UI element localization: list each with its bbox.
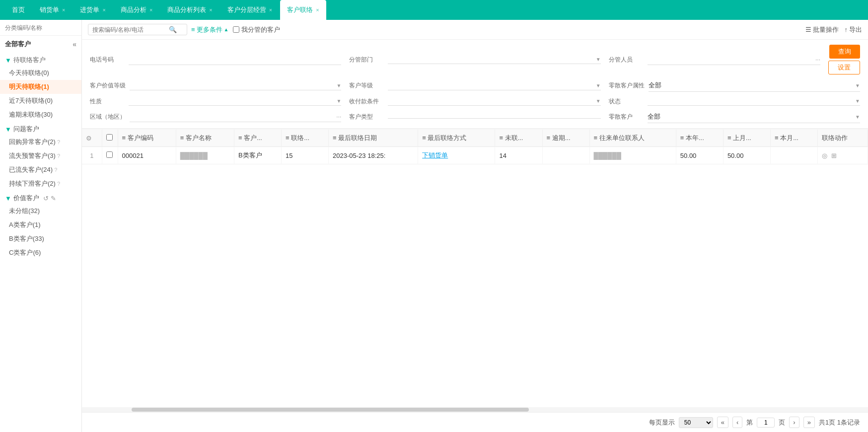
customer-level-label: 客户等级 — [349, 81, 384, 90]
nav-purchase-close[interactable]: × — [102, 7, 105, 13]
filter-retail-customer: 零散客户 全部 ▼ — [609, 111, 860, 123]
sidebar-item-c-class[interactable]: C类客户(6) — [0, 246, 81, 260]
person-select[interactable]: ··· — [648, 55, 820, 65]
gender-select[interactable]: ▼ — [129, 97, 341, 106]
col-this-year: ≡ 本年... — [676, 130, 723, 147]
sidebar-item-ungrouped[interactable]: 未分组(32) — [0, 204, 81, 218]
problem-group-title: ▼ 问题客户 — [0, 122, 81, 135]
nav-goods-list-close[interactable]: × — [209, 7, 212, 13]
customer-value-chevron: ▼ — [336, 83, 341, 88]
region-select[interactable]: ··· — [130, 112, 341, 122]
nav-purchase[interactable]: 进货单 × — [73, 0, 112, 20]
edit-value-icon[interactable]: ✎ — [51, 195, 56, 202]
row-last-month: 50.00 — [723, 147, 770, 164]
retail-customer-select[interactable]: 全部 ▼ — [648, 111, 860, 123]
row-overdue — [542, 147, 589, 164]
col-last-month-label: ≡ 上月... — [727, 134, 751, 142]
status-label: 状态 — [609, 97, 644, 106]
sidebar-item-repurchase[interactable]: 回购异常客户(2) ? — [0, 135, 81, 149]
nav-customer-tier-close[interactable]: × — [269, 7, 272, 13]
last-contact-way-link[interactable]: 下销货单 — [422, 151, 448, 159]
sidebar-search-input[interactable] — [5, 24, 79, 31]
prev-page-button[interactable]: ‹ — [732, 417, 742, 428]
col-overdue: ≡ 逾期... — [542, 130, 589, 147]
payment-select[interactable]: ▼ — [388, 97, 600, 106]
page-number-input[interactable] — [757, 418, 775, 428]
sidebar-item-churned-label: 已流失客户(24) — [9, 165, 53, 174]
sidebar-item-declining[interactable]: 持续下滑客户(2) ? — [0, 177, 81, 191]
first-page-button[interactable]: « — [717, 417, 728, 428]
refresh-icon[interactable]: ↺ — [43, 195, 49, 202]
nav-goods-analysis-close[interactable]: × — [149, 7, 152, 13]
row-action-cell: ◎ ⊞ — [818, 147, 868, 164]
sidebar-item-b-class[interactable]: B类客户(33) — [0, 232, 81, 246]
batch-op-button[interactable]: ☰ 批量操作 — [805, 25, 839, 34]
nav-customer-contact[interactable]: 客户联络 × — [280, 0, 326, 20]
customer-value-select[interactable]: ▼ — [130, 81, 341, 90]
gender-label: 性质 — [90, 97, 125, 106]
filter-status: 状态 ▼ — [609, 97, 860, 106]
sidebar-item-a-class[interactable]: A类客户(1) — [0, 218, 81, 232]
problem-group-label: 问题客户 — [13, 125, 39, 134]
row-this-year: 50.00 — [676, 147, 723, 164]
page-size-select[interactable]: 50 100 200 — [679, 417, 713, 428]
nav-customer-tier[interactable]: 客户分层经营 × — [220, 0, 279, 20]
payment-chevron: ▼ — [596, 98, 601, 104]
toolbar-right: ☰ 批量操作 ↑ 导出 — [805, 25, 863, 34]
my-customer-checkbox-wrap[interactable]: 我分管的客户 — [233, 25, 280, 34]
col-action: 联络动作 — [818, 130, 868, 147]
nav-goods-analysis[interactable]: 商品分析 × — [114, 0, 159, 20]
search-wrap: 🔍 — [88, 24, 187, 35]
row-name: ██████ — [176, 147, 234, 164]
my-customer-checkbox[interactable] — [233, 26, 239, 33]
query-button[interactable]: 查询 — [829, 45, 860, 59]
retail-customer-label: 零散客户 — [609, 113, 644, 121]
col-this-month: ≡ 本月... — [770, 130, 817, 147]
sidebar-item-declining-label: 持续下滑客户(2) — [9, 179, 56, 188]
batch-op-label: 批量操作 — [813, 25, 839, 34]
sidebar-item-tomorrow[interactable]: 明天待联络(1) — [0, 80, 81, 94]
nav-sales[interactable]: 销货单 × — [33, 0, 72, 20]
region-dots-icon[interactable]: ··· — [336, 113, 341, 120]
question-icon-3: ? — [57, 181, 60, 187]
main-search-input[interactable] — [92, 26, 167, 33]
nav-sales-close[interactable]: × — [62, 7, 65, 13]
phone-input[interactable] — [129, 55, 341, 65]
all-customers-header[interactable]: 全部客户 « — [0, 36, 81, 53]
nav-home[interactable]: 首页 — [5, 0, 32, 20]
export-button[interactable]: ↑ 导出 — [845, 25, 863, 34]
main-table: ⚙ ≡ 客户编码 ≡ 客户名称 ≡ 客户... — [82, 130, 868, 164]
col-unit-contact-label: ≡ 往来单位联系人 — [594, 134, 645, 142]
nav-goods-list[interactable]: 商品分析列表 × — [160, 0, 219, 20]
sidebar-item-churned[interactable]: 已流失客户(24) ? — [0, 163, 81, 177]
question-icon-1: ? — [57, 153, 60, 159]
sidebar-item-overdue[interactable]: 逾期未联络(30) — [0, 108, 81, 122]
more-filter-label: 更多条件 — [197, 25, 222, 34]
customer-type-select[interactable] — [388, 115, 600, 119]
row-checkbox[interactable] — [106, 151, 113, 158]
retail-attr-label: 零散客户属性 — [609, 81, 645, 90]
table-wrap: ⚙ ≡ 客户编码 ≡ 客户名称 ≡ 客户... — [82, 130, 868, 407]
select-all-checkbox[interactable] — [106, 134, 113, 141]
last-page-button[interactable]: » — [803, 417, 815, 428]
customer-level-select[interactable]: ▼ — [388, 81, 600, 90]
filter-gender: 性质 ▼ — [90, 97, 341, 106]
sidebar-item-today[interactable]: 今天待联络(0) — [0, 66, 81, 80]
more-filter-button[interactable]: ≡ 更多条件 ▲ — [191, 25, 229, 34]
dept-select[interactable]: ▼ — [388, 55, 600, 64]
retail-attr-select[interactable]: 全部 ▼ — [649, 79, 860, 92]
sidebar-item-churn-warn[interactable]: 流失预警客户(3) ? — [0, 149, 81, 163]
nav-purchase-label: 进货单 — [80, 5, 99, 14]
status-select[interactable]: ▼ — [648, 97, 860, 106]
horizontal-scrollbar[interactable] — [82, 407, 868, 412]
action-circle-icon[interactable]: ◎ — [822, 152, 827, 159]
next-page-button[interactable]: › — [789, 417, 799, 428]
column-settings-icon[interactable]: ⚙ — [86, 135, 92, 142]
person-label: 分管人员 — [609, 56, 644, 64]
person-dots-icon[interactable]: ··· — [815, 56, 820, 63]
set-button[interactable]: 设置 — [828, 61, 860, 74]
main-search-icon[interactable]: 🔍 — [169, 26, 177, 33]
sidebar-item-7days[interactable]: 近7天待联络(0) — [0, 94, 81, 108]
nav-customer-contact-close[interactable]: × — [316, 7, 319, 13]
action-grid-icon[interactable]: ⊞ — [831, 152, 837, 159]
